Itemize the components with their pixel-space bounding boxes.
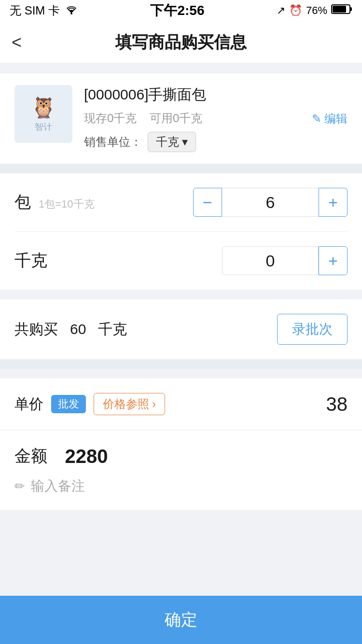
page-title: 填写商品购买信息 — [115, 31, 247, 54]
bag-label-main: 包 — [14, 191, 31, 213]
bag-label: 包 1包=10千克 — [14, 191, 95, 213]
price-type-badge: 批发 — [51, 395, 86, 413]
bag-row: 包 1包=10千克 − + — [14, 173, 348, 232]
wifi-icon — [65, 4, 78, 17]
section-divider-2 — [0, 359, 362, 369]
amount-row: 金额 2280 — [14, 445, 348, 467]
edit-icon: ✎ — [312, 112, 321, 126]
product-unit-row: 销售单位： 千克 ▾ — [84, 132, 348, 152]
price-left: 单价 批发 价格参照 › — [14, 393, 165, 415]
batch-label: 录批次 — [292, 322, 333, 336]
available-label: 可用0千克 — [150, 112, 202, 125]
total-amount: 60 — [70, 321, 86, 337]
product-thumbnail: 🦉 智计 — [14, 85, 72, 143]
product-info: [0000006]手撕面包 现存0千克 可用0千克 销售单位： 千克 ▾ — [84, 85, 348, 152]
note-icon: ✏ — [14, 479, 25, 494]
kg-value-input[interactable] — [222, 246, 319, 275]
stock-label: 现存0千克 — [84, 112, 137, 125]
product-name: [0000006]手撕面包 — [84, 85, 348, 105]
bag-increment-icon: + — [328, 193, 338, 212]
bag-value-input[interactable] — [222, 188, 319, 217]
unit-badge[interactable]: 千克 ▾ — [148, 132, 196, 152]
product-stock: 现存0千克 可用0千克 — [84, 111, 348, 126]
kg-increment-icon: + — [328, 252, 338, 270]
kg-row: 千克 + — [14, 232, 348, 290]
batch-button[interactable]: 录批次 — [277, 314, 348, 345]
section-divider-1 — [0, 164, 362, 173]
carrier-label: 无 SIM 卡 — [10, 3, 60, 18]
edit-button[interactable]: ✎ 编辑 — [312, 111, 348, 126]
product-brand-text: 智计 — [35, 121, 52, 133]
kg-label: 千克 — [14, 250, 47, 272]
total-text: 共购买 60 千克 — [14, 320, 127, 339]
svg-rect-2 — [350, 7, 352, 11]
kg-increment-button[interactable]: + — [319, 246, 348, 275]
nav-bar: < 填写商品购买信息 — [0, 21, 362, 64]
svg-rect-3 — [333, 6, 346, 13]
product-card: 🦉 智计 [0000006]手撕面包 现存0千克 可用0千克 销售单位： 千克 … — [0, 73, 362, 164]
total-section: 共购买 60 千克 录批次 — [0, 299, 362, 359]
battery-icon — [331, 4, 352, 17]
alarm-icon: ⏰ — [289, 4, 302, 17]
confirm-label: 确定 — [165, 609, 197, 631]
amount-section: 金额 2280 ✏ 输入备注 — [0, 431, 362, 510]
kg-label-main: 千克 — [14, 250, 47, 272]
status-left: 无 SIM 卡 — [10, 3, 78, 18]
price-label: 单价 — [14, 394, 43, 414]
amount-label: 金额 — [14, 445, 47, 467]
bag-decrement-button[interactable]: − — [193, 188, 222, 217]
price-ref-arrow-icon: › — [152, 397, 156, 411]
kg-stepper: + — [222, 246, 348, 275]
svg-point-0 — [70, 13, 72, 14]
unit-value: 千克 — [156, 134, 179, 150]
battery-percent: 76% — [306, 4, 327, 17]
bag-decrement-icon: − — [203, 193, 212, 212]
input-section: 包 1包=10千克 − + 千克 + — [0, 173, 362, 290]
unit-label: 销售单位： — [84, 134, 142, 150]
total-prefix: 共购买 — [14, 321, 58, 337]
bag-label-sub: 1包=10千克 — [39, 197, 95, 211]
price-section: 单价 批发 价格参照 › 38 — [0, 378, 362, 430]
location-icon: ↗ — [277, 4, 285, 17]
back-button[interactable]: < — [12, 32, 22, 53]
bag-increment-button[interactable]: + — [319, 188, 348, 217]
status-bar: 无 SIM 卡 下午2:56 ↗ ⏰ 76% — [0, 0, 362, 21]
note-placeholder: 输入备注 — [31, 477, 85, 495]
confirm-bar[interactable]: 确定 — [0, 596, 362, 644]
note-row[interactable]: ✏ 输入备注 — [14, 477, 348, 495]
unit-chevron-icon: ▾ — [182, 135, 188, 149]
status-time: 下午2:56 — [150, 1, 204, 20]
status-right: ↗ ⏰ 76% — [277, 4, 352, 17]
price-ref-label: 价格参照 — [103, 396, 149, 412]
price-ref-button[interactable]: 价格参照 › — [94, 393, 165, 415]
bottom-area — [0, 510, 362, 606]
bag-stepper: − + — [193, 188, 348, 217]
edit-label: 编辑 — [324, 111, 348, 126]
product-owl-icon: 🦉 — [31, 96, 56, 119]
amount-value: 2280 — [65, 446, 108, 467]
price-value: 38 — [326, 393, 348, 415]
back-icon: < — [12, 32, 22, 52]
total-unit: 千克 — [98, 321, 127, 337]
